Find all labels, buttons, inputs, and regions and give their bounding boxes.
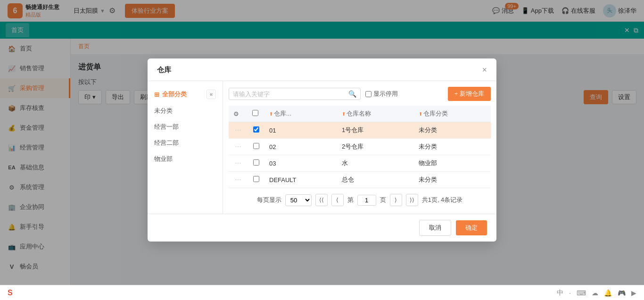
search-icon[interactable]: 🔍 bbox=[348, 90, 356, 98]
row-checkbox-cell bbox=[248, 139, 264, 155]
confirm-button[interactable]: 确定 bbox=[456, 220, 487, 235]
dialog-footer: 取消 确定 bbox=[148, 214, 496, 242]
sort-code-icon: ⬆ bbox=[269, 111, 273, 117]
total-records-label: 共1页, 4条记录 bbox=[422, 196, 463, 204]
show-disabled-checkbox-label[interactable]: 显示停用 bbox=[365, 90, 398, 98]
table-header-row: ⚙ ⬆仓库... ⬆仓库名称 ⬆仓库分类 bbox=[229, 106, 491, 122]
table-row[interactable]: ··· 03 水 物业部 bbox=[229, 155, 491, 172]
th-category: ⬆仓库分类 bbox=[414, 106, 491, 122]
search-box: 🔍 bbox=[229, 88, 361, 100]
th-code: ⬆仓库... bbox=[264, 106, 337, 122]
row-name: 2号仓库 bbox=[337, 139, 414, 155]
bottom-logo: S bbox=[8, 289, 13, 297]
row-category: 物业部 bbox=[414, 155, 491, 172]
page-number-input[interactable] bbox=[357, 195, 376, 206]
category-grid-icon: ⊞ bbox=[154, 91, 159, 98]
category-unclassified[interactable]: 未分类 bbox=[148, 103, 223, 119]
row-actions[interactable]: ··· bbox=[229, 122, 248, 139]
add-warehouse-btn[interactable]: + 新增仓库 bbox=[448, 87, 491, 101]
per-page-label: 每页显示 bbox=[257, 196, 281, 204]
dialog-header: 仓库 × bbox=[148, 58, 496, 81]
row-code: 02 bbox=[264, 139, 337, 155]
search-input[interactable] bbox=[233, 91, 348, 98]
row-category: 未分类 bbox=[414, 139, 491, 155]
ime-zh-icon[interactable]: 中 bbox=[557, 289, 563, 297]
table-row[interactable]: ··· 01 1号仓库 未分类 bbox=[229, 122, 491, 139]
table-panel: 🔍 显示停用 + 新增仓库 ⚙ ⬆仓库... bbox=[223, 81, 496, 214]
category-collapse-btn[interactable]: « bbox=[206, 90, 216, 99]
row-category: 未分类 bbox=[414, 172, 491, 188]
warehouse-dialog: 仓库 × ⊞ 全部分类 « 未分类 经营一部 经营二部 物业部 bbox=[148, 58, 496, 242]
pagination: 每页显示 50 20 100 ⟨⟨ ⟨ 第 页 ⟩ ⟩⟩ 共1页, 4条记录 bbox=[229, 188, 491, 208]
th-gear[interactable]: ⚙ bbox=[229, 106, 248, 122]
select-all-checkbox[interactable] bbox=[252, 110, 258, 116]
category-dept2[interactable]: 经营二部 bbox=[148, 135, 223, 151]
dialog-body: ⊞ 全部分类 « 未分类 经营一部 经营二部 物业部 🔍 bbox=[148, 81, 496, 214]
row-actions[interactable]: ··· bbox=[229, 139, 248, 155]
table-row[interactable]: ··· 02 2号仓库 未分类 bbox=[229, 139, 491, 155]
row-code: 03 bbox=[264, 155, 337, 172]
row-checkbox[interactable] bbox=[253, 126, 259, 133]
dialog-overlay: 仓库 × ⊞ 全部分类 « 未分类 经营一部 经营二部 物业部 bbox=[0, 0, 644, 300]
row-actions[interactable]: ··· bbox=[229, 172, 248, 188]
category-all-label: 全部分类 bbox=[162, 90, 187, 99]
row-more-icon[interactable]: ··· bbox=[235, 142, 241, 150]
th-checkbox bbox=[248, 106, 264, 122]
row-code: 01 bbox=[264, 122, 337, 139]
row-code: DEFAULT bbox=[264, 172, 337, 188]
show-disabled-label: 显示停用 bbox=[373, 90, 398, 98]
sort-cat-icon: ⬆ bbox=[419, 111, 422, 117]
th-name: ⬆仓库名称 bbox=[337, 106, 414, 122]
sort-name-icon: ⬆ bbox=[342, 111, 346, 117]
dialog-close-btn[interactable]: × bbox=[482, 65, 487, 75]
table-body: ··· 01 1号仓库 未分类 ··· 02 2号仓库 未分类 ··· 03 水… bbox=[229, 122, 491, 188]
category-property[interactable]: 物业部 bbox=[148, 151, 223, 167]
play-icon[interactable]: ▶ bbox=[631, 289, 636, 297]
gamepad-icon[interactable]: 🎮 bbox=[618, 289, 626, 297]
page-label: 第 bbox=[347, 196, 354, 204]
last-page-btn[interactable]: ⟩⟩ bbox=[406, 194, 418, 206]
table-row[interactable]: ··· DEFAULT 总仓 未分类 bbox=[229, 172, 491, 188]
table-toolbar: 🔍 显示停用 + 新增仓库 bbox=[229, 87, 491, 101]
row-checkbox-cell bbox=[248, 155, 264, 172]
prev-page-btn[interactable]: ⟨ bbox=[331, 194, 344, 206]
row-name: 总仓 bbox=[337, 172, 414, 188]
next-page-btn[interactable]: ⟩ bbox=[390, 194, 402, 206]
row-name: 1号仓库 bbox=[337, 122, 414, 139]
row-checkbox-cell bbox=[248, 172, 264, 188]
row-category: 未分类 bbox=[414, 122, 491, 139]
bottom-bar: S 中 · ⌨ ☁ 🔔 🎮 ▶ bbox=[0, 285, 644, 300]
ime-dot-icon[interactable]: · bbox=[569, 289, 571, 297]
row-more-icon[interactable]: ··· bbox=[235, 126, 241, 134]
row-more-icon[interactable]: ··· bbox=[235, 175, 241, 183]
bell-icon[interactable]: 🔔 bbox=[604, 289, 612, 297]
dialog-title: 仓库 bbox=[157, 66, 171, 75]
keyboard-icon[interactable]: ⌨ bbox=[577, 289, 586, 297]
row-checkbox[interactable] bbox=[253, 143, 259, 149]
cancel-button[interactable]: 取消 bbox=[419, 220, 451, 236]
row-checkbox[interactable] bbox=[253, 159, 259, 166]
show-disabled-checkbox[interactable] bbox=[365, 91, 372, 97]
row-checkbox[interactable] bbox=[253, 176, 259, 182]
cloud-icon[interactable]: ☁ bbox=[592, 289, 598, 297]
warehouse-table: ⚙ ⬆仓库... ⬆仓库名称 ⬆仓库分类 ··· 01 1号仓库 未分类 · bbox=[229, 106, 491, 188]
page-suffix: 页 bbox=[380, 196, 386, 204]
category-panel: ⊞ 全部分类 « 未分类 经营一部 经营二部 物业部 bbox=[148, 81, 223, 214]
first-page-btn[interactable]: ⟨⟨ bbox=[315, 194, 328, 206]
row-checkbox-cell bbox=[248, 122, 264, 139]
row-name: 水 bbox=[337, 155, 414, 172]
category-all[interactable]: ⊞ 全部分类 « bbox=[148, 86, 223, 103]
category-dept1[interactable]: 经营一部 bbox=[148, 119, 223, 135]
row-more-icon[interactable]: ··· bbox=[235, 159, 241, 167]
row-actions[interactable]: ··· bbox=[229, 155, 248, 172]
per-page-select[interactable]: 50 20 100 bbox=[285, 194, 312, 206]
